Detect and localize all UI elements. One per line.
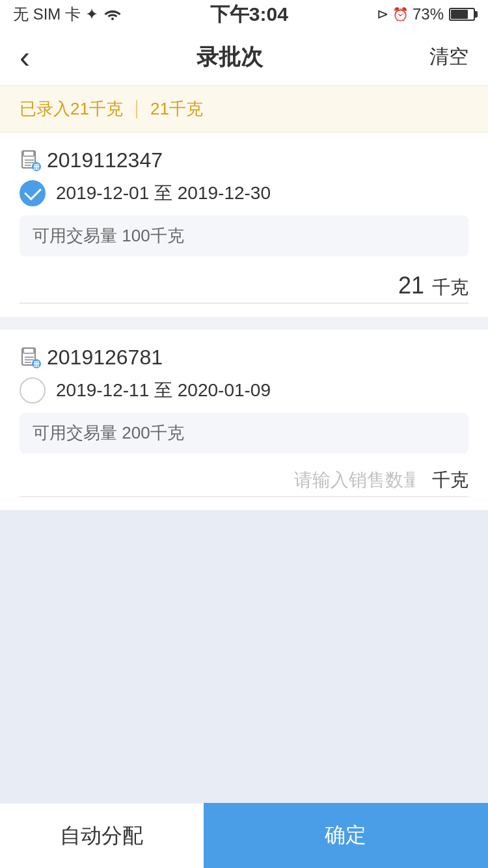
doc-icon-1: 册: [20, 150, 42, 172]
content-area: 册 2019112347 2019-12-01 至 2019-12-30 可用交…: [0, 133, 488, 868]
batch-date-row-1[interactable]: 2019-12-01 至 2019-12-30: [20, 180, 468, 206]
svg-rect-9: [23, 348, 34, 353]
svg-text:册: 册: [33, 360, 40, 368]
recorded-qty-value: 21千克: [150, 98, 203, 120]
svg-rect-2: [23, 151, 34, 156]
batch-input-unit-2: 千克: [432, 468, 468, 493]
batch-qty-2: 可用交易量 200千克: [20, 413, 468, 454]
batch-input-row-2: 千克: [20, 463, 468, 494]
batch-date-row-2[interactable]: 2019-12-11 至 2020-01-09: [20, 377, 468, 403]
batch-id-row-1: 册 2019112347: [20, 148, 468, 172]
status-time: 下午3:04: [210, 1, 288, 28]
doc-icon-2: 册: [20, 347, 42, 369]
radio-2[interactable]: [20, 377, 46, 403]
bottom-bar: 自动分配 确定: [0, 803, 488, 868]
batch-item-2: 册 2019126781 2019-12-11 至 2020-01-09 可用交…: [0, 330, 488, 510]
page-title: 录批次: [197, 42, 263, 72]
svg-text:册: 册: [33, 163, 40, 170]
info-divider: [136, 100, 137, 118]
confirm-button[interactable]: 确定: [204, 803, 489, 868]
batch-id-2: 2019126781: [47, 346, 163, 370]
status-bar: 无 SIM 卡 ✦ 下午3:04 ⊳ ⏰ 73%: [0, 0, 488, 29]
batch-amount-row-1: 21 千克: [20, 265, 468, 300]
status-left: 无 SIM 卡 ✦: [13, 4, 122, 25]
batch-id-1: 2019112347: [47, 148, 163, 172]
recorded-qty-label: 已录入21千克: [20, 98, 123, 120]
input-underline-2: [20, 496, 468, 497]
wifi-icon: [103, 8, 122, 21]
nav-bar: ‹ 录批次 清空: [0, 29, 488, 86]
batch-date-1: 2019-12-01 至 2019-12-30: [56, 181, 271, 206]
status-right: ⊳ ⏰ 73%: [377, 5, 475, 23]
svg-point-0: [111, 18, 114, 20]
auto-distribute-button[interactable]: 自动分配: [0, 803, 204, 868]
battery-percent: 73%: [413, 5, 444, 23]
battery-icon: [449, 8, 475, 21]
quantity-input-2[interactable]: [294, 470, 424, 491]
radio-1[interactable]: [20, 180, 46, 206]
batch-amount-unit-1: 千克: [432, 275, 468, 300]
back-button[interactable]: ‹: [20, 39, 30, 75]
clear-button[interactable]: 清空: [429, 44, 468, 70]
alarm-icon: ⏰: [392, 7, 409, 22]
gap-1: [0, 317, 488, 330]
batch-date-2: 2019-12-11 至 2020-01-09: [56, 378, 271, 403]
location-icon: ⊳: [377, 6, 388, 23]
batch-item-1: 册 2019112347 2019-12-01 至 2019-12-30 可用交…: [0, 133, 488, 317]
batch-amount-value-1: 21: [398, 272, 424, 299]
batch-qty-1: 可用交易量 100千克: [20, 215, 468, 256]
info-banner: 已录入21千克 21千克: [0, 86, 488, 133]
sim-label: 无 SIM 卡 ✦: [13, 4, 98, 25]
batch-divider-1: [20, 303, 468, 304]
batch-id-row-2: 册 2019126781: [20, 346, 468, 370]
